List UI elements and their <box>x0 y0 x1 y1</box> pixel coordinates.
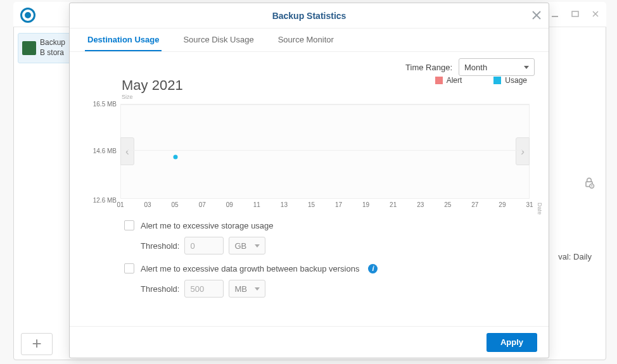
modal-header: Backup Statistics <box>70 3 549 28</box>
x-tick: 07 <box>199 201 206 208</box>
legend-alert-label: Alert <box>447 76 462 85</box>
time-range-value: Month <box>464 63 487 72</box>
sidebar-task-text: Backup B stora <box>40 38 65 58</box>
checkbox-storage-alert[interactable] <box>124 220 134 230</box>
x-tick: 19 <box>362 201 369 208</box>
legend-usage-label: Usage <box>505 76 527 85</box>
x-tick: 31 <box>526 201 533 208</box>
chart-next-button[interactable]: › <box>516 137 530 165</box>
tab-source-disk-usage[interactable]: Source Disk Usage <box>181 28 256 51</box>
chart-legend: Alert Usage <box>435 76 527 85</box>
x-tick: 27 <box>471 201 478 208</box>
y-tick: 16.5 MB <box>93 101 117 108</box>
storage-alert-label: Alert me to excessive storage usage <box>141 221 274 230</box>
x-tick: 01 <box>117 201 124 208</box>
schedule-interval: val: Daily <box>558 252 592 261</box>
checkbox-growth-alert[interactable] <box>124 263 134 273</box>
tab-destination-usage[interactable]: Destination Usage <box>85 28 162 51</box>
y-axis-label: Size <box>122 94 535 100</box>
window-controls <box>551 9 599 16</box>
tab-source-monitor[interactable]: Source Monitor <box>276 28 336 51</box>
task-icon <box>22 41 36 55</box>
growth-threshold-unit[interactable]: MB <box>229 280 265 298</box>
growth-unit-value: MB <box>234 284 247 294</box>
x-tick: 23 <box>417 201 424 208</box>
x-tick: 13 <box>281 201 288 208</box>
alert-options: Alert me to excessive storage usage Thre… <box>124 220 535 298</box>
x-tick: 29 <box>499 201 506 208</box>
window-minimize-icon[interactable] <box>551 9 559 16</box>
svg-rect-1 <box>572 11 578 16</box>
legend-usage: Usage <box>493 76 527 85</box>
modal-body: Time Range: Month May 2021 Alert Usage S… <box>70 52 549 326</box>
x-tick: 17 <box>335 201 342 208</box>
storage-threshold-input[interactable] <box>184 237 224 254</box>
apply-button[interactable]: Apply <box>487 333 537 352</box>
chart-area: 12.6 MB14.6 MB16.5 MB ‹ › 01030507091113… <box>84 104 535 211</box>
x-axis-label: Date <box>537 203 543 215</box>
window-close-icon[interactable] <box>592 9 599 16</box>
y-axis: 12.6 MB14.6 MB16.5 MB <box>84 104 119 200</box>
modal-footer: Apply <box>70 326 549 358</box>
close-icon[interactable] <box>531 9 542 21</box>
x-tick: 05 <box>172 201 179 208</box>
x-tick: 03 <box>144 201 151 208</box>
legend-alert-swatch <box>435 77 443 84</box>
x-tick: 09 <box>226 201 233 208</box>
x-tick: 11 <box>253 201 260 208</box>
growth-alert-label: Alert me to excessive data growth betwee… <box>141 264 359 273</box>
backup-statistics-modal: Backup Statistics Destination Usage Sour… <box>69 3 549 358</box>
chevron-down-icon <box>524 66 529 69</box>
y-tick: 14.6 MB <box>93 147 117 154</box>
data-point <box>173 155 177 160</box>
storage-threshold-unit[interactable]: GB <box>229 237 265 254</box>
x-axis: 01030507091113151719212325272931 <box>120 200 530 211</box>
time-range-select[interactable]: Month <box>459 58 535 76</box>
lock-icon[interactable] <box>583 176 595 189</box>
tabs: Destination Usage Source Disk Usage Sour… <box>70 28 549 52</box>
app-logo-icon <box>20 8 35 23</box>
chart-plot: ‹ › <box>120 104 530 199</box>
chart-prev-button[interactable]: ‹ <box>120 137 134 165</box>
sidebar-task-item[interactable]: Backup B stora <box>18 33 75 63</box>
storage-unit-value: GB <box>234 241 246 251</box>
growth-threshold-input[interactable] <box>184 280 224 298</box>
chevron-down-icon <box>255 287 260 291</box>
modal-title: Backup Statistics <box>272 11 347 21</box>
x-tick: 21 <box>390 201 397 208</box>
y-tick: 12.6 MB <box>93 197 117 204</box>
window-maximize-icon[interactable] <box>571 9 579 16</box>
threshold-label-1: Threshold: <box>141 241 179 251</box>
info-icon[interactable]: i <box>368 264 378 273</box>
chevron-down-icon <box>255 244 260 248</box>
time-range-label: Time Range: <box>405 63 452 72</box>
x-tick: 25 <box>444 201 451 208</box>
x-tick: 15 <box>308 201 315 208</box>
add-task-button[interactable]: + <box>21 333 53 355</box>
legend-alert: Alert <box>435 76 462 85</box>
threshold-label-2: Threshold: <box>141 284 179 294</box>
legend-usage-swatch <box>493 77 501 84</box>
